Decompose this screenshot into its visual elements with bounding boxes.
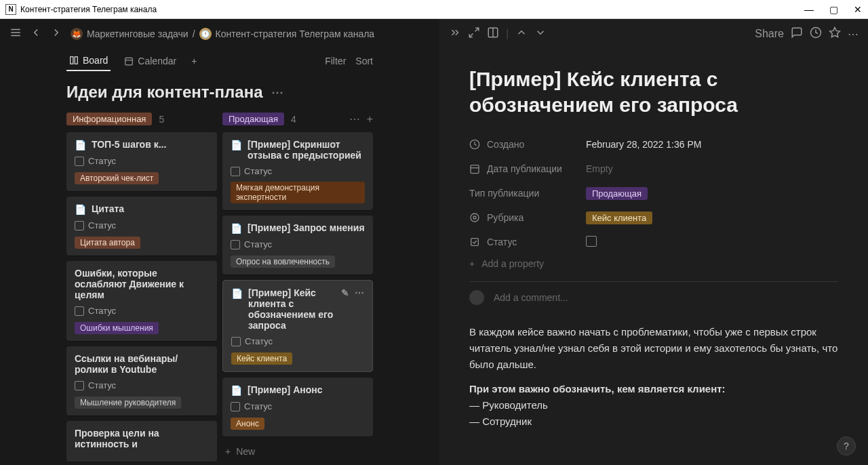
card-badge: Мягкая демонстрация экспертности xyxy=(231,182,365,203)
page-icon: 📄 xyxy=(75,204,86,215)
board-card-selected[interactable]: 📄 [Пример] Кейс клиента с обозначением е… xyxy=(222,280,373,372)
breadcrumb-item-1[interactable]: Маркетинговые задачи xyxy=(87,28,189,39)
page-icon: 📄 xyxy=(231,288,243,299)
page-title[interactable]: [Пример] Кейс клиента с обозначением его… xyxy=(469,66,838,117)
comments-icon[interactable] xyxy=(791,26,803,41)
board-card[interactable]: 📄[Пример] Анонс Статус Анонс xyxy=(222,378,373,437)
page-icon: 📄 xyxy=(75,140,86,150)
page-icon: 📄 xyxy=(231,223,242,234)
avatar xyxy=(469,290,484,305)
divider xyxy=(469,281,838,282)
breadcrumb-item-2[interactable]: Контент-стратегия Телеграм канала xyxy=(216,28,375,39)
card-status: Статус xyxy=(88,306,116,316)
status-checkbox[interactable] xyxy=(586,236,597,247)
tab-board[interactable]: Board xyxy=(66,51,111,71)
checkbox-icon[interactable] xyxy=(231,240,240,249)
add-property-button[interactable]: + Add a property xyxy=(469,258,838,269)
window-close-icon[interactable]: ✕ xyxy=(853,5,863,14)
property-value-empty: Empty xyxy=(586,163,613,174)
new-card-button[interactable]: + New xyxy=(222,442,373,461)
nav-forward-icon[interactable] xyxy=(50,26,62,41)
column-more-icon[interactable]: ⋯ xyxy=(349,113,360,125)
card-badge: Цитата автора xyxy=(75,237,140,249)
card-badge: Анонс xyxy=(231,418,264,430)
column-tag[interactable]: Информационная xyxy=(66,113,152,125)
card-title: ТОП-5 шагов к... xyxy=(92,139,166,150)
property-label: Статус xyxy=(487,237,517,247)
column-tag[interactable]: Продающая xyxy=(222,113,284,125)
plus-icon: + xyxy=(225,446,231,457)
card-badge: Кейс клиента xyxy=(231,352,292,365)
share-button[interactable]: Share xyxy=(755,28,784,40)
tab-board-label: Board xyxy=(83,55,108,66)
property-label: Рубрика xyxy=(487,212,524,223)
checkbox-icon[interactable] xyxy=(75,221,84,230)
filter-button[interactable]: Filter xyxy=(325,56,346,66)
board-card[interactable]: Ссылки на вебинары/ролики в Youtube Стат… xyxy=(66,346,217,416)
chevron-right-double-icon[interactable] xyxy=(449,26,461,41)
body-paragraph: В каждом кейсе важно начать с проблемати… xyxy=(469,324,838,373)
page-body[interactable]: В каждом кейсе важно начать с проблемати… xyxy=(469,324,838,430)
page-icon: 📄 xyxy=(231,140,242,150)
updates-icon[interactable] xyxy=(810,26,822,41)
property-status[interactable]: Статус xyxy=(469,230,838,254)
svg-marker-12 xyxy=(830,28,840,37)
page-icon: 📄 xyxy=(231,385,242,396)
peek-mode-icon[interactable] xyxy=(487,26,499,41)
body-line: — Руководитель xyxy=(469,399,548,411)
card-more-icon[interactable]: ⋯ xyxy=(355,287,364,298)
checkbox-icon[interactable] xyxy=(75,157,84,166)
add-comment-row[interactable]: Add a comment... xyxy=(469,290,838,305)
property-label: Создано xyxy=(487,139,524,150)
property-value-tag: Кейс клиента xyxy=(586,211,652,224)
nav-back-icon[interactable] xyxy=(30,26,42,41)
window-minimize-icon[interactable]: — xyxy=(804,5,814,14)
property-rubric[interactable]: Рубрика Кейс клиента xyxy=(469,205,838,230)
add-view-icon[interactable]: + xyxy=(191,56,197,66)
sort-button[interactable]: Sort xyxy=(355,56,373,66)
nav-up-icon[interactable] xyxy=(515,26,528,41)
favorite-icon[interactable] xyxy=(829,26,841,41)
card-title: Ошибки, которые ослабляют Движение к цел… xyxy=(75,268,209,300)
property-publication-date[interactable]: Дата публикации Empty xyxy=(469,157,838,181)
card-status: Статус xyxy=(88,156,116,166)
column-add-icon[interactable]: + xyxy=(367,113,373,125)
checkbox-icon[interactable] xyxy=(75,381,84,390)
board-card[interactable]: Проверка цели на истинность и xyxy=(66,421,217,462)
board-card[interactable]: 📄[Пример] Скриншот отзыва с предысторией… xyxy=(222,132,373,210)
property-publication-type[interactable]: Тип публикации Продающая xyxy=(469,181,838,205)
checkbox-icon[interactable] xyxy=(75,306,84,316)
svg-rect-5 xyxy=(125,58,133,65)
board-more-icon[interactable]: ⋯ xyxy=(271,85,283,100)
property-value-tag: Продающая xyxy=(586,187,648,200)
edit-icon[interactable]: ✎ xyxy=(341,287,349,298)
svg-rect-4 xyxy=(75,56,77,64)
card-status: Статус xyxy=(244,166,272,176)
checkbox-icon[interactable] xyxy=(231,167,240,176)
help-button[interactable]: ? xyxy=(837,437,856,456)
card-status: Статус xyxy=(244,239,272,249)
property-created[interactable]: Создано February 28, 2022 1:36 PM xyxy=(469,132,838,157)
column-count: 5 xyxy=(159,114,164,125)
board-column-info: Информационная 5 📄ТОП-5 шагов к... Стату… xyxy=(66,108,217,465)
tab-calendar[interactable]: Calendar xyxy=(121,52,179,70)
plus-icon: + xyxy=(469,258,475,269)
page-more-icon[interactable]: ⋯ xyxy=(848,28,859,41)
window-title: Контент-стратегия Телеграм канала xyxy=(20,5,157,14)
card-status: Статус xyxy=(244,401,272,411)
board-card[interactable]: 📄Цитата Статус Цитата автора xyxy=(66,197,217,256)
checkbox-icon[interactable] xyxy=(231,337,241,346)
board-card[interactable]: 📄[Пример] Запрос мнения Статус Опрос на … xyxy=(222,216,373,275)
checkbox-icon[interactable] xyxy=(231,402,240,411)
expand-icon[interactable] xyxy=(468,26,480,41)
body-line: — Сотрудник xyxy=(469,416,532,427)
board-card[interactable]: 📄ТОП-5 шагов к... Статус Авторский чек-л… xyxy=(66,132,217,191)
board-card[interactable]: Ошибки, которые ослабляют Движение к цел… xyxy=(66,261,217,341)
window-maximize-icon[interactable]: ▢ xyxy=(829,5,838,14)
board-title: Идеи для контент-плана xyxy=(66,83,263,102)
hamburger-icon[interactable] xyxy=(9,26,22,41)
svg-point-16 xyxy=(473,216,476,219)
new-card-label: New xyxy=(236,446,255,457)
nav-down-icon[interactable] xyxy=(534,26,547,41)
breadcrumb-icon-2: 🕐 xyxy=(199,28,212,40)
